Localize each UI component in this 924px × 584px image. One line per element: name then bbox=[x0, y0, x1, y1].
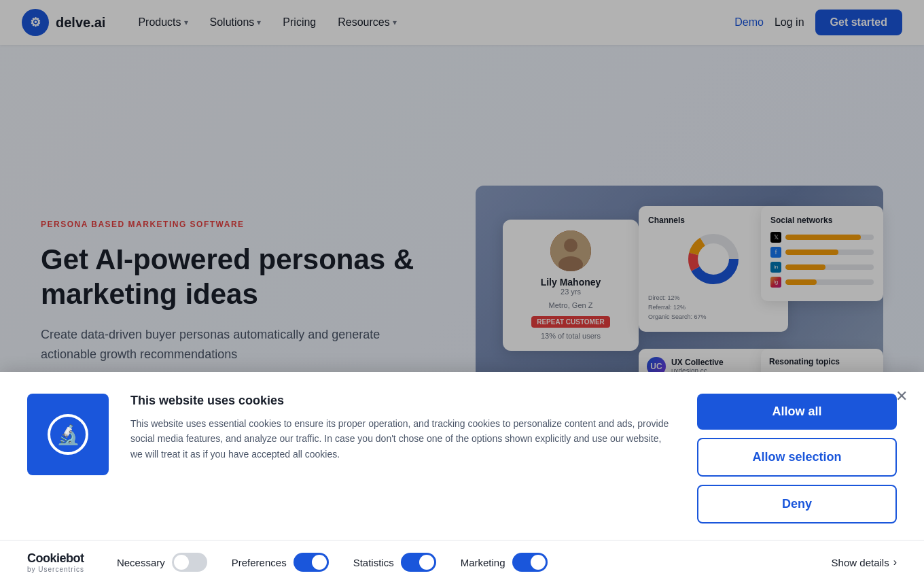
cookie-body: This website uses essential cookies to e… bbox=[130, 416, 675, 462]
allow-selection-button[interactable]: Allow selection bbox=[697, 438, 897, 477]
cookiebot-sub: by Usercentrics bbox=[27, 566, 84, 573]
cookiebot-name: Cookiebot bbox=[27, 551, 84, 566]
cookie-close-button[interactable]: ✕ bbox=[895, 388, 908, 405]
chevron-right-icon: › bbox=[893, 556, 897, 568]
cookie-title: This website uses cookies bbox=[130, 394, 675, 408]
toggle-statistics-label: Statistics bbox=[353, 557, 394, 568]
toggle-marketing-label: Marketing bbox=[461, 557, 505, 568]
show-details-text: Show details bbox=[832, 557, 889, 568]
toggle-marketing: Marketing bbox=[461, 553, 548, 572]
cookie-overlay: ✕ 🔬 This website uses cookies This websi… bbox=[0, 0, 924, 584]
deny-button[interactable]: Deny bbox=[697, 485, 897, 523]
show-details-link[interactable]: Show details › bbox=[832, 556, 897, 568]
cookie-toggles: Necessary Preferences Statistics bbox=[117, 553, 799, 572]
cookie-actions: Allow all Allow selection Deny bbox=[697, 394, 897, 523]
toggle-marketing-switch[interactable] bbox=[512, 553, 548, 572]
toggle-preferences-label: Preferences bbox=[232, 557, 287, 568]
toggle-statistics: Statistics bbox=[353, 553, 436, 572]
toggle-preferences-switch[interactable] bbox=[294, 553, 329, 572]
cookie-icon-wrap: 🔬 bbox=[27, 394, 109, 475]
toggle-statistics-switch[interactable] bbox=[401, 553, 436, 572]
cookie-microscope-icon: 🔬 bbox=[48, 414, 88, 455]
toggle-necessary-label: Necessary bbox=[117, 557, 165, 568]
toggle-necessary-switch[interactable] bbox=[172, 553, 207, 572]
cookie-bottom: Cookiebot by Usercentrics Necessary Pref… bbox=[0, 540, 924, 584]
allow-all-button[interactable]: Allow all bbox=[697, 394, 897, 430]
toggle-preferences: Preferences bbox=[232, 553, 329, 572]
cookie-banner: ✕ 🔬 This website uses cookies This websi… bbox=[0, 372, 924, 584]
toggle-necessary: Necessary bbox=[117, 553, 207, 572]
cookiebot-logo: Cookiebot by Usercentrics bbox=[27, 551, 84, 573]
cookie-text: This website uses cookies This website u… bbox=[130, 394, 675, 462]
